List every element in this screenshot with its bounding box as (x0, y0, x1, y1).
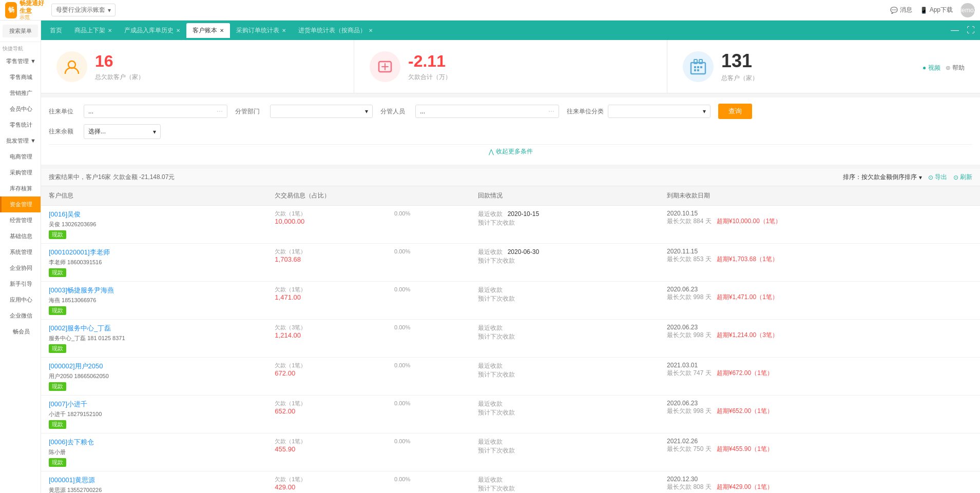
debt-info-cell: 欠款（1笔） 652.00 (267, 396, 382, 433)
customer-name[interactable]: [0003]畅捷服务尹海燕 (49, 286, 259, 295)
overdue-link[interactable]: 超期¥10,000.00（1笔） (717, 218, 782, 225)
tab-customer-account-close[interactable]: ✕ (220, 28, 224, 33)
dept-select[interactable]: ▾ (270, 105, 373, 118)
unit-category-label: 往来单位分类 (567, 107, 604, 116)
tab-home-label: 首页 (50, 26, 62, 35)
source-unit-input[interactable]: ... ⋯ (84, 105, 227, 118)
debt-amount[interactable]: 652.00 (275, 407, 375, 415)
sidebar-item-retail-stats[interactable]: 零售统计 (0, 117, 41, 133)
debt-amount[interactable]: 1,471.00 (275, 293, 375, 301)
tab-customer-account[interactable]: 客户账本 ✕ (186, 23, 230, 38)
debt-percentage: 0.00% (394, 438, 410, 444)
customer-name[interactable]: [0001020001]李老师 (49, 248, 259, 257)
total-customers-icon (683, 51, 714, 82)
debt-info-cell: 欠款（1笔） 455.90 (267, 433, 382, 471)
search-menu-btn[interactable]: 搜索菜单 (3, 25, 38, 37)
customer-name[interactable]: [000001]黄思源 (49, 476, 259, 485)
payment-status-cell: 最近收款 预计下次收款 (470, 282, 659, 320)
sidebar-item-biz-mgmt[interactable]: 经营管理 (0, 212, 41, 228)
sort-select[interactable]: 排序：按欠款金额倒序排序 ▾ (843, 173, 922, 182)
sidebar-item-pro-member[interactable]: 畅会员 (0, 324, 41, 340)
tab-product-history[interactable]: 产成品入库单历史 ✕ (118, 23, 186, 38)
refresh-btn[interactable]: ⊙ 刷新 (953, 173, 972, 182)
sidebar-item-member-center[interactable]: 会员中心 (0, 101, 41, 117)
customer-tag: 现款 (49, 382, 66, 391)
filter-dept: 分管部门 ▾ (235, 105, 373, 118)
video-btn[interactable]: ● 视频 (923, 64, 940, 72)
tab-collapse-btn[interactable]: — (948, 25, 962, 36)
stat-card-debt-total: -2.11 欠款合计（万） (354, 40, 667, 93)
tab-purchase-stats[interactable]: 采购订单统计表 ✕ (230, 23, 292, 38)
balance-select[interactable]: 选择... ▾ (84, 124, 161, 139)
tab-purchase-stats-close[interactable]: ✕ (282, 28, 286, 33)
query-btn[interactable]: 查询 (718, 104, 752, 119)
tab-customer-account-label: 客户账本 (193, 26, 217, 35)
debt-amount[interactable]: 455.90 (275, 445, 375, 453)
sidebar-item-app-center[interactable]: 应用中心 (0, 292, 41, 308)
overdue-link[interactable]: 超期¥1,214.00（3笔） (717, 331, 778, 339)
last-payment-label: 最近收款 2020-06-30 (478, 248, 651, 257)
quick-nav-label: 快捷导航 (0, 42, 41, 53)
debt-amount[interactable]: 1,214.00 (275, 331, 375, 339)
sidebar-search-area: 搜索菜单 (0, 21, 41, 42)
debt-count: 欠款（1笔） (275, 438, 375, 445)
customer-name[interactable]: [0016]吴俊 (49, 210, 259, 219)
sidebar: 搜索菜单 快捷导航 零售管理 ▼ 零售商城 营销推广 会员中心 零售统计 批发管… (0, 21, 41, 493)
help-btn[interactable]: ⊙ 帮助 (946, 64, 965, 72)
debt-customers-icon (56, 51, 87, 82)
debt-amount[interactable]: 672.00 (275, 369, 375, 377)
customer-name[interactable]: [000002]用户2050 (49, 362, 259, 371)
sidebar-item-retail-mall[interactable]: 零售商城 (0, 69, 41, 85)
app-download-btn[interactable]: 📱 App下载 (920, 6, 953, 14)
refresh-label: 刷新 (960, 173, 972, 182)
tab-product-history-label: 产成品入库单历史 (124, 26, 174, 35)
tab-product-listing-close[interactable]: ✕ (108, 28, 112, 33)
tab-product-history-close[interactable]: ✕ (176, 28, 180, 33)
overdue-link[interactable]: 超期¥455.90（1笔） (717, 445, 773, 452)
sidebar-item-system-mgmt[interactable]: 系统管理 (0, 244, 41, 260)
sidebar-item-batch-mgmt[interactable]: 批发管理 ▼ (0, 133, 41, 149)
sidebar-item-purchase-mgmt[interactable]: 采购管理 (0, 165, 41, 181)
debt-percentage: 0.00% (394, 210, 410, 216)
export-btn[interactable]: ⊙ 导出 (928, 173, 947, 182)
customer-name[interactable]: [0002]服务中心_丁磊 (49, 324, 259, 333)
sidebar-item-enterprise-wechat[interactable]: 企业微信 (0, 308, 41, 324)
customer-name[interactable]: [0006]去下粮仓 (49, 438, 259, 447)
debt-amount[interactable]: 1,703.68 (275, 255, 375, 263)
svg-rect-8 (694, 69, 696, 71)
debt-total-value: -2.11 (408, 52, 451, 71)
sidebar-item-marketing[interactable]: 营销推广 (0, 85, 41, 101)
tab-expand-btn[interactable]: ⛶ (964, 25, 977, 36)
tab-home[interactable]: 首页 (44, 23, 68, 38)
overdue-link[interactable]: 超期¥1,703.68（1笔） (717, 255, 778, 263)
manager-input[interactable]: ... ⋯ (415, 105, 559, 118)
message-btn[interactable]: 💬 消息 (890, 6, 912, 14)
overdue-link[interactable]: 超期¥1,471.00（1笔） (717, 293, 778, 301)
debt-amount[interactable]: 10,000.00 (275, 218, 375, 225)
collapse-btn[interactable]: ⋀ 收起更多条件 (49, 144, 972, 159)
sidebar-item-retail-mgmt[interactable]: 零售管理 ▼ (0, 53, 41, 69)
tab-inbound-stats-close[interactable]: ✕ (369, 28, 373, 33)
debt-amount[interactable]: 429.00 (275, 483, 375, 491)
sidebar-item-ecom-mgmt[interactable]: 电商管理 (0, 149, 41, 165)
sidebar-item-inventory[interactable]: 库存核算 (0, 181, 41, 196)
tab-product-listing[interactable]: 商品上下架 ✕ (68, 23, 118, 38)
overdue-link[interactable]: 超期¥429.00（1笔） (717, 483, 773, 490)
filter-balance: 往来余额 选择... ▾ (49, 124, 161, 139)
customer-name[interactable]: [0007]小进千 (49, 400, 259, 409)
overdue-link[interactable]: 超期¥652.00（1笔） (717, 407, 773, 415)
avatar[interactable]: demo2 (960, 3, 975, 17)
sidebar-item-finance-mgmt[interactable]: 资金管理 (0, 196, 41, 212)
main-content: 首页 商品上下架 ✕ 产成品入库单历史 ✕ 客户账本 ✕ 采购订单统计表 ✕ 进… (41, 21, 980, 493)
sidebar-item-newbie-guide[interactable]: 新手引导 (0, 276, 41, 292)
tab-inbound-stats[interactable]: 进货单统计表（按商品） ✕ (292, 23, 379, 38)
customer-phone: 陈小册 (49, 448, 259, 456)
unit-category-select[interactable]: ▾ (608, 105, 710, 118)
payment-status-cell: 最近收款 预计下次收款 (470, 396, 659, 433)
sidebar-item-basic-info[interactable]: 基础信息 (0, 228, 41, 244)
stat-top-right: ● 视频 ⊙ 帮助 (923, 61, 965, 72)
sidebar-item-enterprise-coop[interactable]: 企业协同 (0, 260, 41, 276)
top-bar-right: 💬 消息 📱 App下载 demo2 (890, 3, 975, 17)
overdue-link[interactable]: 超期¥672.00（1笔） (717, 369, 773, 377)
industry-select[interactable]: 母婴行业演示账套 ▾ (51, 4, 116, 16)
